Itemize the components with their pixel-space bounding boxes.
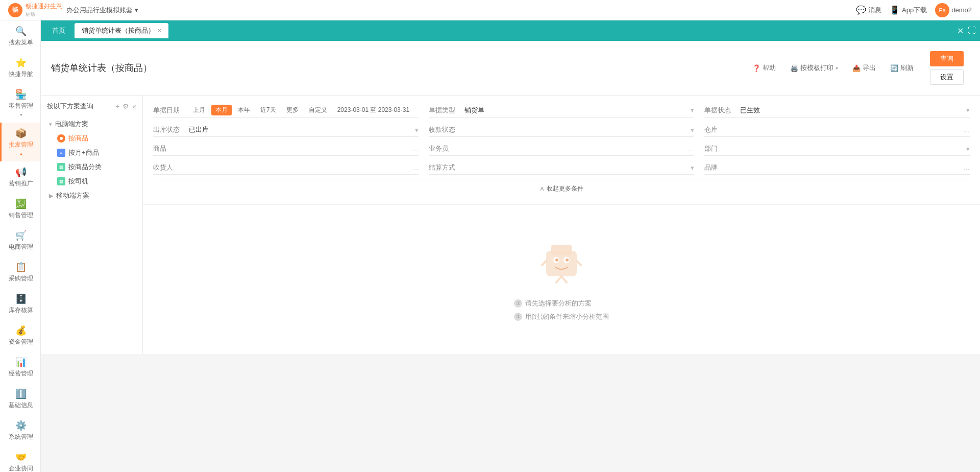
brand-dots: … (963, 164, 970, 172)
payment-status-field: 收款状态 ▾ (429, 123, 694, 137)
payment-status-value[interactable]: ▾ (464, 126, 694, 134)
page-header: 销货单统计表（按商品） ❓ 帮助 🖨️ 按模板打印 ▾ 📤 导出 (41, 41, 980, 96)
top-header: 畅 畅捷通好生意 标版 办公用品行业模拟账套 ▾ 💬 消息 📱 App下载 Ea… (0, 0, 980, 20)
refresh-btn[interactable]: 🔄 刷新 (886, 61, 918, 75)
tab-home[interactable]: 首页 (45, 23, 72, 38)
date-tab-more[interactable]: 更多 (282, 105, 303, 115)
header-left: 畅 畅捷通好生意 标版 办公用品行业模拟账套 ▾ (8, 2, 138, 18)
empty-tip-2: ② 用[过滤]条件来缩小分析范围 (514, 310, 608, 323)
goods-field: 商品 … (153, 142, 419, 156)
left-panel-header: 按以下方案查询 + ⚙ « (45, 102, 138, 111)
sidebar-item-operations[interactable]: 📊 经营管理 (0, 351, 40, 383)
tip-num-1: ① (514, 299, 522, 308)
logo-area: 畅 畅捷通好生意 标版 (8, 2, 62, 18)
svg-line-7 (561, 276, 567, 282)
sidebar-item-sales[interactable]: 💹 销售管理 (0, 193, 40, 225)
goods-field-value[interactable]: … (189, 145, 419, 153)
collapse-filters-btn[interactable]: ∧ 收起更多条件 (153, 180, 970, 197)
message-btn[interactable]: 💬 消息 (856, 5, 881, 15)
type-field-value[interactable]: 销货单 ▾ (464, 106, 694, 115)
maximize-btn[interactable]: ⛶ (968, 26, 976, 35)
help-btn[interactable]: ❓ 帮助 (748, 61, 780, 75)
brand-field-value[interactable]: … (740, 164, 970, 172)
tip-num-2: ② (514, 313, 522, 321)
tab-active[interactable]: 销货单统计表（按商品） × (75, 23, 168, 38)
svg-line-6 (556, 276, 561, 282)
date-tab-thismonth[interactable]: 本月 (211, 105, 232, 115)
sidebar-item-ecommerce[interactable]: 🛒 电商管理 (0, 225, 40, 256)
payment-method-field: 结算方式 ▾ (429, 161, 694, 175)
sidebar-item-cooperation[interactable]: 🤝 企业协同 (0, 446, 40, 472)
query-btn-area: 查询 设置 (924, 47, 970, 89)
tree-item-by-driver[interactable]: ▦ 按司机 (45, 174, 138, 188)
filter-row-2: 出库状态 已出库 ▾ 收款状态 (153, 123, 970, 137)
tab-bar-right: ✕ ⛶ (957, 26, 976, 36)
tree-pc-section[interactable]: ▾ 电脑端方案 (45, 117, 138, 131)
svg-line-8 (542, 261, 546, 265)
dept-field-value[interactable]: ▾ (740, 145, 970, 153)
active-item-icon (57, 134, 65, 143)
tree-mobile-section[interactable]: ▶ 移动端方案 (45, 188, 138, 203)
sidebar-item-marketing[interactable]: 📢 营销推广 (0, 161, 40, 193)
tree-item-by-goods[interactable]: 按商品 (45, 131, 138, 146)
tree-item-by-category[interactable]: ▦ 按商品分类 (45, 160, 138, 174)
print-btn[interactable]: 🖨️ 按模板打印 ▾ (786, 61, 842, 75)
sidebar-item-finance[interactable]: 💰 资金管理 (0, 320, 40, 351)
warehouse-field-value[interactable]: … (740, 126, 970, 134)
sales-icon: 💹 (15, 198, 27, 209)
sidebar-item-quicknav[interactable]: ⭐ 快捷导航 (0, 52, 40, 84)
system-icon: ⚙️ (15, 420, 27, 431)
receiver-dots: … (412, 164, 419, 172)
sidebar-item-basic[interactable]: ℹ️ 基础信息 (0, 383, 40, 415)
main-layout: 🔍 搜索菜单 ⭐ 快捷导航 🏪 零售管理 ▾ 📦 批发管理 ▴ 📢 营销推广 💹… (0, 20, 980, 472)
sidebar-item-purchase[interactable]: 📋 采购管理 (0, 256, 40, 288)
collapse-panel-btn[interactable]: « (132, 102, 136, 110)
logo-text: 畅捷通好生意 标版 (26, 2, 62, 18)
staff-dots: … (688, 145, 694, 153)
sidebar-item-search[interactable]: 🔍 搜索菜单 (0, 20, 40, 52)
sidebar-item-inventory[interactable]: 🗄️ 库存核算 (0, 288, 40, 320)
date-tab-custom[interactable]: 自定义 (305, 105, 331, 115)
search-icon: 🔍 (15, 26, 27, 37)
date-tab-7days[interactable]: 近7天 (256, 105, 280, 115)
tree-item-by-month-goods[interactable]: ≡ 按月+商品 (45, 146, 138, 160)
sidebar-item-retail[interactable]: 🏪 零售管理 ▾ (0, 84, 40, 123)
date-tab-lastmonth[interactable]: 上月 (189, 105, 209, 115)
scheme-settings-btn[interactable]: ⚙ (122, 102, 129, 110)
user-profile[interactable]: Ea demo2 (935, 3, 972, 17)
svg-point-5 (566, 258, 569, 262)
chevron-right-icon: ▶ (49, 193, 53, 199)
sidebar-item-wholesale[interactable]: 📦 批发管理 ▴ (0, 123, 40, 161)
payment-method-arrow-icon: ▾ (691, 164, 694, 172)
user-avatar: Ea (935, 3, 949, 17)
date-tabs: 上月 本月 本年 近7天 更多 自定义 (189, 105, 331, 115)
empty-state: ① 请先选择要分析的方案 ② 用[过滤]条件来缩小分析范围 (143, 205, 980, 354)
staff-field-value[interactable]: … (464, 145, 694, 153)
payment-arrow-icon: ▾ (691, 126, 694, 134)
cooperation-icon: 🤝 (15, 452, 27, 463)
goods-dots: … (412, 145, 419, 153)
svg-point-4 (555, 258, 558, 262)
status-field-value[interactable]: 已生效 ▾ (740, 106, 970, 115)
filter-row-3: 商品 … 业务员 … (153, 142, 970, 156)
tab-close-btn[interactable]: × (158, 28, 161, 34)
delivery-field-value[interactable]: 已出库 ▾ (189, 125, 419, 134)
marketing-icon: 📢 (15, 167, 27, 178)
export-btn[interactable]: 📤 导出 (848, 61, 880, 75)
receiver-field: 收货人 … (153, 161, 419, 175)
add-scheme-btn[interactable]: + (115, 102, 119, 110)
content-area: 首页 销货单统计表（按商品） × ✕ ⛶ 销货单统计表（按商品） ❓ 帮助 (41, 20, 980, 472)
date-tab-thisyear[interactable]: 本年 (234, 105, 254, 115)
retail-icon: 🏪 (15, 89, 27, 100)
receiver-field-value[interactable]: … (189, 164, 419, 172)
sidebar-item-system[interactable]: ⚙️ 系统管理 (0, 415, 40, 446)
company-selector[interactable]: 办公用品行业模拟账套 ▾ (66, 6, 138, 15)
settings-btn[interactable]: 设置 (930, 69, 964, 85)
app-download-btn[interactable]: 📱 App下载 (890, 5, 927, 15)
query-btn[interactable]: 查询 (930, 51, 964, 66)
wholesale-icon: 📦 (15, 128, 27, 139)
minimize-btn[interactable]: ✕ (957, 26, 964, 36)
status-field: 单据状态 已生效 ▾ (704, 103, 970, 118)
payment-method-value[interactable]: ▾ (464, 164, 694, 172)
header-right: 💬 消息 📱 App下载 Ea demo2 (856, 3, 972, 17)
